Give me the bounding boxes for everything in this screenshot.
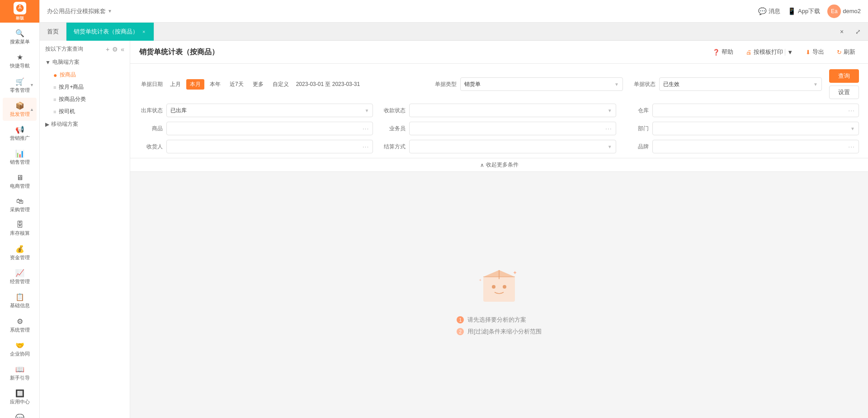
filter-docstatus-field: 单据状态 已生效 ▼ (632, 77, 822, 91)
doctype-control[interactable]: 销货单 ▼ (460, 77, 623, 91)
dept-control[interactable]: ▼ (652, 122, 859, 135)
download-icon: 📱 (788, 7, 796, 15)
top-bar: 办公用品行业模拟账套 ▼ 💬 消息 📱 App下载 Ea demo2 (40, 0, 868, 23)
app-download-action[interactable]: 📱 App下载 (788, 7, 820, 15)
bullet-1-icon: 1 (457, 316, 464, 323)
tree-section-desktop[interactable]: ▼ 电脑端方案 (40, 56, 130, 69)
date-tab-last-month[interactable]: 上月 (166, 79, 184, 90)
tree-node-by-month-product[interactable]: ≡ 按月+商品 (40, 81, 130, 93)
tree-section-mobile[interactable]: ▶ 移动端方案 (40, 118, 130, 131)
staff-control[interactable]: ··· (409, 122, 616, 135)
date-tab-7days[interactable]: 近7天 (226, 79, 247, 90)
date-tab-this-year[interactable]: 本年 (206, 79, 224, 90)
print-dropdown-icon[interactable]: ▼ (785, 49, 793, 56)
docstatus-control[interactable]: 已生效 ▼ (659, 77, 822, 91)
sidebar-item-retail[interactable]: 🛒 零售管理 ▼ (3, 74, 37, 97)
export-btn[interactable]: ⬇ 导出 (802, 46, 828, 58)
settings-scheme-btn[interactable]: ⚙ (112, 46, 118, 53)
tree-node-by-driver[interactable]: ≡ 按司机 (40, 105, 130, 118)
wechat-icon: 💬 (15, 413, 24, 418)
main-area: 办公用品行业模拟账套 ▼ 💬 消息 📱 App下载 Ea demo2 首页 (40, 0, 868, 418)
refresh-btn[interactable]: ↻ 刷新 (833, 46, 859, 58)
add-scheme-btn[interactable]: + (106, 46, 109, 53)
svg-text:✦: ✦ (513, 270, 517, 276)
user-action[interactable]: Ea demo2 (827, 5, 861, 18)
goods-dots-icon: ··· (363, 125, 369, 132)
tab-close-window-btn[interactable]: × (835, 25, 848, 38)
payment-control[interactable]: ▼ (409, 140, 616, 153)
goods-control[interactable]: ··· (166, 122, 373, 135)
sales-icon: 📊 (15, 149, 24, 158)
doctype-arrow-icon: ▼ (614, 82, 619, 87)
industry-title[interactable]: 办公用品行业模拟账套 ▼ (47, 7, 112, 15)
sidebar-item-marketing[interactable]: 📢 营销推广 (3, 122, 37, 145)
sidebar-item-enterprise[interactable]: 🤝 企业协同 (3, 337, 37, 361)
left-panel-actions: + ⚙ « (106, 46, 124, 53)
operations-icon: 📈 (15, 269, 24, 277)
sidebar-item-ecommerce[interactable]: 🖥 电商管理 (3, 170, 37, 193)
help-icon: ❓ (712, 49, 720, 56)
sidebar-item-search[interactable]: 🔍 搜索菜单 (3, 25, 37, 48)
empty-text: 1 请先选择要分析的方案 2 用[过滤]条件来缩小分析范围 (457, 316, 541, 336)
warehouse-control[interactable]: ··· (652, 104, 859, 117)
brand-control[interactable]: ··· (652, 140, 859, 153)
sidebar: 标版 🔍 搜索菜单 ★ 快捷导航 🛒 零售管理 ▼ 📦 批发管理 ▲ 📢 营销推… (0, 0, 40, 418)
collectstatus-control[interactable]: ▼ (409, 104, 616, 117)
sidebar-item-wechat[interactable]: 💬 企业微信 (3, 410, 37, 418)
tree-node-by-product[interactable]: ● 按商品 (40, 69, 130, 81)
sidebar-item-sales[interactable]: 📊 销售管理 (3, 146, 37, 169)
payment-arrow-icon: ▼ (608, 144, 612, 149)
tab-expand-btn[interactable]: ⤢ (852, 25, 864, 38)
outstatus-control[interactable]: 已出库 ▼ (166, 104, 373, 117)
date-tab-custom[interactable]: 自定义 (269, 79, 292, 90)
sidebar-item-guide[interactable]: 📖 新手引导 (3, 361, 37, 385)
finance-icon: 💰 (15, 245, 24, 253)
sidebar-item-basic[interactable]: 📋 基础信息 (3, 289, 37, 312)
refresh-icon: ↻ (837, 49, 842, 56)
receiver-control[interactable]: ··· (166, 140, 373, 153)
sidebar-item-system[interactable]: ⚙ 系统管理 (3, 314, 37, 337)
filter-row-3: 商品 ··· 业务员 ··· 部门 (139, 122, 859, 135)
guide-icon: 📖 (15, 365, 24, 374)
sidebar-item-finance[interactable]: 💰 资金管理 (3, 241, 37, 264)
app-logo[interactable]: 标版 (0, 0, 39, 23)
docstatus-arrow-icon: ▼ (813, 82, 818, 87)
brand-label: 品牌 (625, 143, 652, 151)
svg-rect-2 (483, 277, 515, 302)
search-icon: 🔍 (15, 29, 24, 38)
left-panel: 按以下方案查询 + ⚙ « ▼ 电脑端方案 ● 按商品 ≡ 按月+商品 (40, 41, 130, 418)
inventory-icon: 🗄 (16, 221, 24, 229)
date-tab-more[interactable]: 更多 (249, 79, 267, 90)
date-tab-this-month[interactable]: 本月 (186, 79, 204, 90)
retail-expand-icon: ▼ (30, 83, 34, 87)
svg-text:✦: ✦ (479, 278, 482, 282)
tab-home[interactable]: 首页 (40, 23, 66, 41)
staff-dots-icon: ··· (605, 125, 612, 132)
brand-dots-icon: ··· (848, 143, 855, 150)
collapse-panel-btn[interactable]: « (121, 46, 124, 53)
tree-node-by-category[interactable]: ≡ 按商品分类 (40, 93, 130, 105)
receiver-dots-icon: ··· (363, 143, 369, 150)
message-action[interactable]: 💬 消息 (758, 7, 780, 15)
filter-row-2: 出库状态 已出库 ▼ 收款状态 ▼ 仓库 (139, 104, 859, 117)
help-btn[interactable]: ❓ 帮助 (709, 46, 737, 58)
right-panel: 销货单统计表（按商品） ❓ 帮助 🖨 按模板打印 ▼ (130, 41, 868, 418)
query-button[interactable]: 查询 (829, 69, 859, 83)
sidebar-item-wholesale[interactable]: 📦 批发管理 ▲ (3, 98, 37, 121)
tab-sales-report[interactable]: 销货单统计表（按商品） × (66, 23, 154, 41)
settings-button[interactable]: 设置 (829, 86, 859, 99)
sidebar-item-operations[interactable]: 📈 经营管理 (3, 265, 37, 288)
sidebar-item-purchase[interactable]: 🛍 采购管理 (3, 194, 37, 216)
sidebar-item-apps[interactable]: 🔲 应用中心 (3, 385, 37, 408)
print-main[interactable]: 按模板打印 (754, 48, 783, 56)
date-range: 2023-03-01 至 2023-03-31 (296, 81, 360, 88)
collapse-bar[interactable]: ∧ 收起更多条件 (130, 158, 868, 172)
sidebar-item-shortcut[interactable]: ★ 快捷导航 (3, 49, 37, 72)
collectstatus-arrow-icon: ▼ (608, 108, 612, 113)
tab-close-icon[interactable]: × (141, 28, 146, 35)
template-print-btn[interactable]: 🖨 按模板打印 ▼ (742, 46, 797, 58)
empty-text-item-1: 1 请先选择要分析的方案 (457, 316, 541, 324)
sidebar-item-inventory[interactable]: 🗄 库存核算 (3, 217, 37, 240)
apps-icon: 🔲 (15, 389, 24, 398)
desktop-section-expand-icon: ▼ (45, 59, 51, 66)
